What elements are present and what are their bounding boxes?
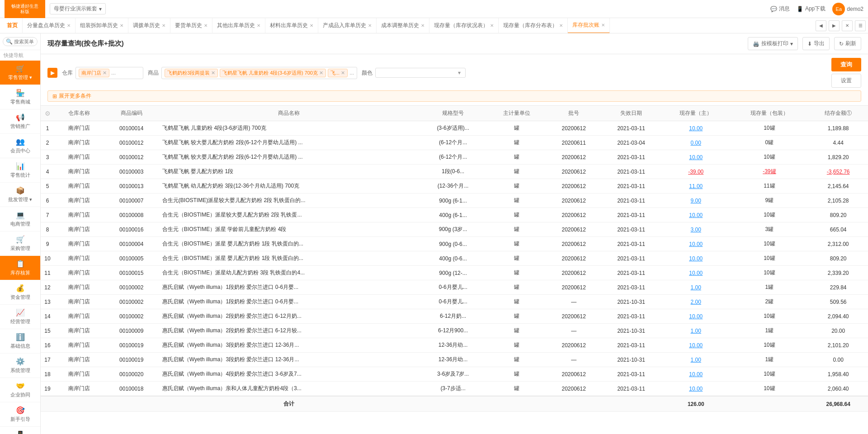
cell-qty-main[interactable]: 1.00: [661, 280, 730, 295]
cell-name: 飞鹤星飞帆 婴儿配方奶粉 1段: [159, 165, 419, 179]
cell-qty-main[interactable]: 10.00: [661, 150, 730, 165]
tab-fen-pan[interactable]: 分量盘点单历史 ✕: [23, 18, 75, 33]
remove-product-tag-2[interactable]: ✕: [319, 70, 323, 76]
cell-qty-main[interactable]: 1.00: [661, 353, 730, 367]
cell-qty-main[interactable]: 10.00: [661, 251, 730, 266]
tab-yao-huo[interactable]: 要货单历史 ✕: [170, 18, 212, 33]
cell-qty-main[interactable]: 2.00: [661, 295, 730, 309]
settings-button[interactable]: 设置: [831, 74, 861, 88]
cell-qty-main[interactable]: -39.00: [661, 165, 730, 179]
cell-qty-main[interactable]: 10.00: [661, 266, 730, 280]
warehouse-filter-group: 仓库 南岸门店 ✕ ...: [62, 67, 143, 79]
cell-code: 00100013: [104, 179, 159, 193]
sidebar-item-wholesale[interactable]: 📦 批发管理 ▾: [0, 183, 40, 207]
warehouse-more-btn[interactable]: ...: [111, 70, 116, 76]
product-tag-input[interactable]: 飞鹤奶粉3段两提装 ✕ 飞鹤星飞帆 儿童奶粉 4段(3-6岁适用) 700克 ✕…: [161, 67, 357, 79]
sidebar-item-enterprise[interactable]: 🤝 企业协同: [0, 378, 40, 402]
cell-amount: 2,339.20: [808, 266, 868, 280]
close-icon[interactable]: ✕: [490, 23, 494, 28]
tab-diao-bo[interactable]: 调拨单历史 ✕: [128, 18, 170, 33]
remove-warehouse-tag[interactable]: ✕: [103, 70, 107, 76]
tab-home[interactable]: 首页: [2, 18, 23, 33]
close-icon[interactable]: ✕: [67, 23, 71, 28]
cell-qty-main[interactable]: 10.00: [661, 237, 730, 251]
cell-qty-main[interactable]: 3.00: [661, 222, 730, 237]
tab-chanpin-ruku[interactable]: 产成品入库单历史 ✕: [318, 18, 377, 33]
tab-qita-chuku[interactable]: 其他出库单历史 ✕: [212, 18, 265, 33]
cell-expire: 2021-03-11: [601, 309, 661, 324]
warehouse-tag-input[interactable]: 南岸门店 ✕ ...: [75, 67, 143, 79]
close-icon[interactable]: ✕: [559, 23, 563, 28]
sidebar-item-finance[interactable]: 💰 资金管理: [0, 280, 40, 305]
tab-kucun-dist[interactable]: 现存量（库存分布表） ✕: [499, 18, 568, 33]
sidebar-item-basic[interactable]: ℹ️ 基础信息: [0, 329, 40, 354]
tab-zu-zhuang[interactable]: 组装拆卸单历史 ✕: [75, 18, 128, 33]
purchase-icon: 🛒: [16, 235, 25, 244]
message-btn[interactable]: 💬 消息: [770, 5, 790, 13]
tab-kucun-batch[interactable]: 库存批次账 ✕: [568, 18, 610, 33]
sidebar-item-retail-mgmt[interactable]: 🛒 零售管理 ▾: [0, 61, 40, 85]
sidebar-item-business[interactable]: 📈 经营管理: [0, 305, 40, 329]
cell-spec: 12-36月幼...: [419, 338, 487, 353]
cell-spec: 0-6月婴儿...: [419, 295, 487, 309]
color-filter-input[interactable]: ▾: [375, 68, 466, 78]
cell-qty-main[interactable]: 0.00: [661, 136, 730, 150]
store-arrow: ▾: [99, 6, 102, 12]
close-icon[interactable]: ✕: [204, 23, 208, 28]
sidebar-item-app-center[interactable]: 📱 应用中心: [0, 427, 40, 434]
cell-qty-main[interactable]: 11.00: [661, 179, 730, 193]
close-icon[interactable]: ✕: [368, 23, 372, 28]
query-button[interactable]: 查询: [831, 58, 861, 71]
close-icon[interactable]: ✕: [310, 23, 313, 28]
sidebar-item-ecommerce[interactable]: 💻 电商管理: [0, 207, 40, 231]
cell-qty-main[interactable]: 10.00: [661, 208, 730, 222]
cell-qty-main[interactable]: 10.00: [661, 338, 730, 353]
cell-no: 6: [41, 193, 54, 208]
refresh-btn[interactable]: ↻ 刷新: [834, 37, 861, 50]
cell-qty-main[interactable]: 10.00: [661, 367, 730, 382]
remove-product-tag-3[interactable]: ✕: [341, 70, 345, 76]
user-area[interactable]: Ea demo2: [832, 3, 863, 15]
tab-kucun-status[interactable]: 现存量（库存状况表） ✕: [429, 18, 499, 33]
tab-next-btn[interactable]: ▶: [829, 20, 840, 31]
cell-qty-main[interactable]: 9.00: [661, 193, 730, 208]
tab-chengben[interactable]: 成本调整单历史 ✕: [377, 18, 429, 33]
sidebar-item-inventory[interactable]: 📋 库存核算: [0, 256, 40, 280]
search-input[interactable]: [14, 39, 34, 44]
cell-code: 00100020: [104, 367, 159, 382]
tab-prev-btn[interactable]: ◀: [816, 20, 826, 31]
export-btn[interactable]: ⬇ 导出: [802, 37, 830, 50]
app-download-btn[interactable]: 📱 App下载: [797, 5, 826, 13]
sidebar-item-member[interactable]: 👥 会员中心: [0, 134, 40, 158]
cell-qty-pkg: 0罐: [730, 136, 808, 150]
close-icon[interactable]: ✕: [601, 23, 605, 28]
remove-product-tag-1[interactable]: ✕: [211, 70, 215, 76]
sidebar-item-marketing[interactable]: 📢 营销推广: [0, 109, 40, 134]
sidebar-item-retail-shop[interactable]: 🏪 零售商城: [0, 85, 40, 109]
sidebar-item-system[interactable]: ⚙️ 系统管理: [0, 354, 40, 378]
close-icon[interactable]: ✕: [120, 23, 123, 28]
expand-filter-btn[interactable]: ⊞ 展开更多条件: [47, 90, 861, 102]
retail-stats-icon: 📊: [16, 162, 25, 170]
close-icon[interactable]: ✕: [257, 23, 260, 28]
col-settings-icon[interactable]: ⚙: [45, 110, 51, 117]
cell-qty-main[interactable]: 10.00: [661, 121, 730, 136]
tab-close-btn[interactable]: ✕: [842, 20, 853, 31]
cell-qty-main[interactable]: 10.00: [661, 382, 730, 396]
close-icon[interactable]: ✕: [162, 23, 165, 28]
template-print-btn[interactable]: 🖨️ 按模板打印 ▾: [748, 37, 798, 50]
warehouse-tag-nananjie: 南岸门店 ✕: [79, 69, 109, 77]
cell-qty-main[interactable]: 10.00: [661, 309, 730, 324]
filter-toggle-btn[interactable]: ▶: [47, 68, 57, 78]
tab-cailiao-chuku[interactable]: 材料出库单历史 ✕: [265, 18, 318, 33]
store-selector[interactable]: 母婴行业演示账套 ▾: [50, 3, 106, 14]
sidebar-item-purchase[interactable]: 🛒 采购管理: [0, 231, 40, 256]
tab-menu-btn[interactable]: ☰: [855, 20, 866, 31]
sidebar-item-retail-stats[interactable]: 📊 零售统计: [0, 158, 40, 183]
close-icon[interactable]: ✕: [421, 23, 425, 28]
sidebar-item-guide[interactable]: 🎯 新手引导: [0, 402, 40, 427]
cell-unit: 罐: [487, 237, 547, 251]
cell-qty-main[interactable]: 1.00: [661, 324, 730, 338]
expand-down-icon: ⊞: [52, 93, 57, 99]
product-more-btn[interactable]: ...: [349, 70, 354, 76]
